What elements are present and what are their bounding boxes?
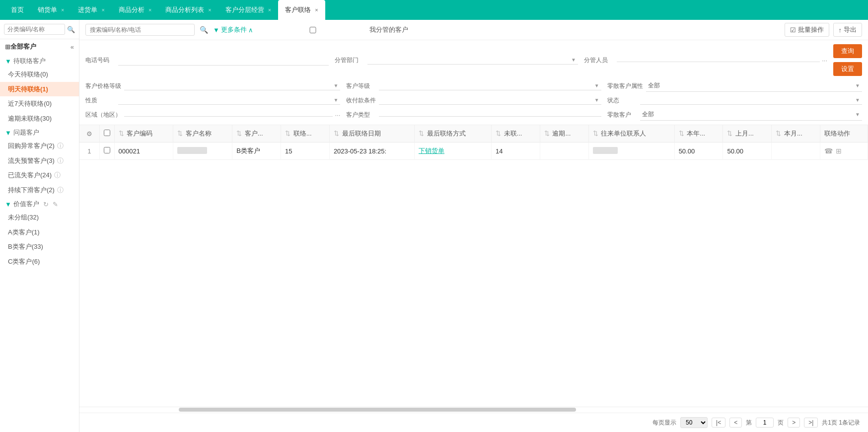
my-customers-check[interactable] <box>258 27 367 33</box>
col-overdue: ⇅ 逾期... <box>540 125 588 143</box>
sidebar-item-lost-customers[interactable]: 已流失客户(24) ⓘ <box>0 168 79 183</box>
filter-status: 状态 ▼ <box>607 96 862 105</box>
nature-select[interactable]: ▼ <box>118 96 340 105</box>
triangle-pending-icon: ▼ <box>5 58 11 65</box>
sidebar-item-tomorrow-contact[interactable]: 明天待联络(1) <box>0 82 79 97</box>
sidebar-search-input[interactable] <box>4 24 65 35</box>
grid-action-icon[interactable]: ⊞ <box>836 147 842 155</box>
collapse-icon[interactable]: « <box>71 43 74 51</box>
col-last-month: ⇅ 上月... <box>723 125 772 143</box>
close-customer-contact-icon[interactable]: × <box>315 0 318 20</box>
row-checkbox-cell <box>99 143 114 160</box>
nav-sales[interactable]: 销货单 × <box>31 0 71 20</box>
my-customers-checkbox[interactable]: 我分管的客户 <box>258 25 408 34</box>
triangle-value-icon: ▼ <box>5 201 11 208</box>
customer-table: ⚙ ⇅ 客户编码 ⇅ 客户名称 <box>79 125 868 160</box>
col-contact-person: ⇅ 往来单位联系人 <box>588 125 674 143</box>
sidebar-item-ungrouped[interactable]: 未分组(32) <box>0 210 79 225</box>
close-purchase-icon[interactable]: × <box>101 0 104 20</box>
pagination-bar: 每页显示 50 100 200 |< < 第 页 > >| 共1页 1条记录 <box>79 413 868 432</box>
filter-division: 分管部门 ▼ <box>335 56 578 65</box>
info-icon: ⓘ <box>57 142 64 149</box>
status-select[interactable]: ▼ <box>640 96 862 105</box>
nav-product-analysis-list[interactable]: 商品分析列表 × <box>158 0 218 20</box>
sidebar-item-overdue-contact[interactable]: 逾期未联络(30) <box>0 111 79 126</box>
export-button[interactable]: ↑ 导出 <box>833 23 863 37</box>
select-all-checkbox[interactable] <box>104 130 110 136</box>
page-number-input[interactable] <box>756 418 774 428</box>
batch-operation-button[interactable]: ☑ 批量操作 <box>785 23 829 37</box>
nav-product-analysis[interactable]: 商品分析 × <box>112 0 158 20</box>
grid-icon: ⊞ <box>5 43 10 51</box>
sidebar-search-icon[interactable]: 🔍 <box>67 26 75 33</box>
price-level-select[interactable]: ▼ <box>124 81 340 90</box>
col-contact: ⇅ 联络... <box>281 125 330 143</box>
sidebar-item-7days-contact[interactable]: 近7天待联络(0) <box>0 96 79 111</box>
next-page-button[interactable]: > <box>788 418 800 428</box>
region-select[interactable] <box>124 113 333 117</box>
action-buttons-area: ☑ 批量操作 ↑ 导出 <box>785 23 863 37</box>
nav-customer-tier[interactable]: 客户分层经营 × <box>218 0 278 20</box>
col-customer-code: ⇅ 客户编码 <box>114 125 173 143</box>
chevron-down-icon4: ▼ <box>855 83 860 88</box>
col-this-month: ⇅ 本月... <box>772 125 820 143</box>
sidebar-item-today-contact[interactable]: 今天待联络(0) <box>0 67 79 82</box>
sidebar-item-repurchase-abnormal[interactable]: 回购异常客户(2) ⓘ <box>0 139 79 153</box>
close-sales-icon[interactable]: × <box>61 0 64 20</box>
retail-attr-select[interactable]: 全部 ▼ <box>646 80 862 92</box>
row-checkbox[interactable] <box>104 147 110 153</box>
row-this-year: 50.00 <box>674 143 723 160</box>
manager-dots-icon[interactable]: ··· <box>822 57 827 64</box>
close-product-analysis-icon[interactable]: × <box>148 0 151 20</box>
search-button[interactable]: 🔍 <box>200 26 208 34</box>
advanced-filter-panel: 电话号码 分管部门 ▼ 分管人员 ··· <box>79 40 868 125</box>
more-conditions-button[interactable]: ▼ 更多条件 ∧ <box>213 25 253 34</box>
manager-select[interactable] <box>617 59 820 62</box>
row-contact-count: 15 <box>281 143 330 160</box>
row-customer-name[interactable] <box>173 143 232 160</box>
filter-retail-attr: 零散客户属性 全部 ▼ <box>607 80 862 92</box>
phone-action-icon[interactable]: ☎ <box>824 147 833 155</box>
per-page-select[interactable]: 50 100 200 <box>680 417 708 428</box>
top-nav: 首页 销货单 × 进货单 × 商品分析 × 商品分析列表 × 客户分层经营 × … <box>0 0 868 20</box>
refresh-icon[interactable]: ↻ <box>43 201 49 208</box>
set-button[interactable]: 设置 <box>833 62 862 76</box>
prev-page-button[interactable]: < <box>729 418 742 428</box>
row-last-method[interactable]: 下销货单 <box>415 143 492 160</box>
sidebar-item-declining-customers[interactable]: 持续下滑客户(2) ⓘ <box>0 183 79 198</box>
content-area: 🔍 ▼ 更多条件 ∧ 我分管的客户 ☑ 批量操作 ↑ 导出 <box>79 20 868 432</box>
division-select[interactable]: ▼ <box>367 56 578 65</box>
sidebar-item-class-a[interactable]: A类客户(1) <box>0 225 79 240</box>
payment-select[interactable]: ▼ <box>379 96 601 105</box>
customer-type-select[interactable] <box>379 113 601 117</box>
chevron-down-icon2: ▼ <box>333 83 338 88</box>
customer-level-select[interactable]: ▼ <box>379 81 601 90</box>
last-page-button[interactable]: >| <box>804 418 818 428</box>
chevron-down-icon3: ▼ <box>594 83 599 88</box>
retail-customer-select[interactable]: 全部 ▼ <box>640 109 862 121</box>
sidebar-item-class-b[interactable]: B类客户(33) <box>0 239 79 254</box>
nav-home[interactable]: 首页 <box>4 0 31 20</box>
sidebar-item-class-c[interactable]: C类客户(6) <box>0 254 79 269</box>
sidebar-all-customers[interactable]: ⊞ 全部客户 « <box>0 39 79 54</box>
settings-icon[interactable]: ⚙ <box>86 130 92 138</box>
close-product-analysis-list-icon[interactable]: × <box>208 0 211 20</box>
edit-icon[interactable]: ✎ <box>53 201 58 208</box>
query-button[interactable]: 查询 <box>833 44 862 58</box>
scroll-thumb[interactable] <box>179 408 576 412</box>
nav-purchase[interactable]: 进货单 × <box>71 0 111 20</box>
filter-payment: 收付款条件 ▼ <box>346 96 601 105</box>
phone-input[interactable] <box>118 55 329 66</box>
sidebar-group-problem: ▼ 问题客户 <box>0 126 79 139</box>
sidebar-item-loss-warning[interactable]: 流失预警客户(3) ⓘ <box>0 153 79 168</box>
region-dots-icon[interactable]: ··· <box>335 111 340 119</box>
table-row: 1 000021 B类客户 15 2023-05-23 18:25: 下销货单 <box>79 143 868 160</box>
sidebar: 🔍 ⊞ 全部客户 « ▼ 待联络客户 今天待联络(0) 明天待联络(1) 近7天… <box>0 20 79 432</box>
filter-row-1: 电话号码 分管部门 ▼ 分管人员 ··· <box>85 44 862 76</box>
search-input[interactable] <box>85 24 195 36</box>
first-page-button[interactable]: |< <box>712 418 725 428</box>
nav-customer-contact[interactable]: 客户联络 × <box>278 0 325 20</box>
query-set-buttons: 查询 设置 <box>833 44 862 76</box>
close-customer-tier-icon[interactable]: × <box>268 0 271 20</box>
filter-manager: 分管人员 ··· <box>584 56 827 65</box>
